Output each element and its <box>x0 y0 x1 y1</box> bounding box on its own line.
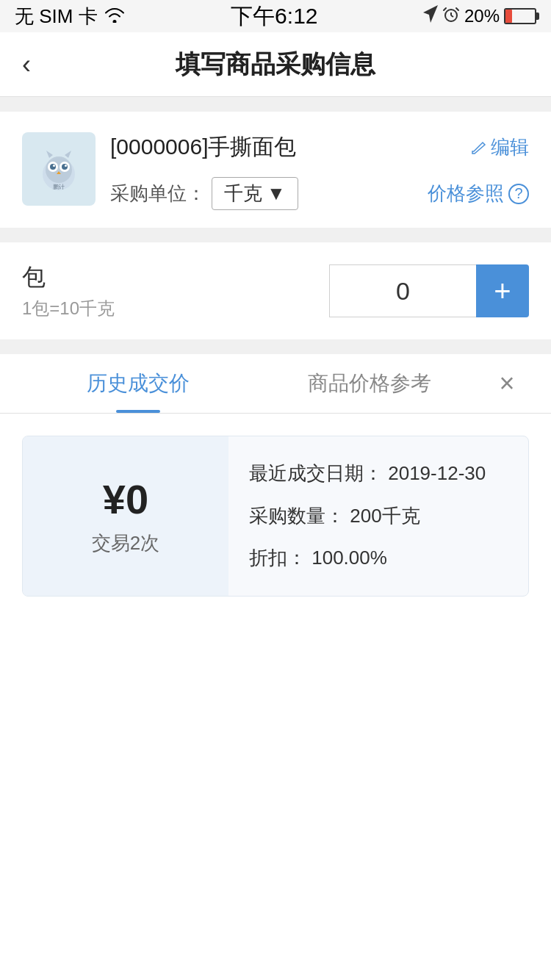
quantity-label: 包 1包=10千克 <box>22 262 115 320</box>
discount-value: 100.00% <box>311 547 387 569</box>
svg-point-9 <box>62 164 68 170</box>
latest-date-value: 2019-12-30 <box>388 462 486 484</box>
purchase-qty-label: 采购数量： <box>249 505 345 527</box>
status-left: 无 SIM 卡 <box>15 4 126 29</box>
status-time: 下午6:12 <box>231 1 317 32</box>
page-title: 填写商品采购信息 <box>176 48 375 82</box>
bottom-spacer <box>0 619 551 980</box>
card-price-summary: ¥0 交易2次 <box>23 436 228 596</box>
price-display: ¥0 <box>103 475 148 523</box>
purchase-qty-value: 200千克 <box>350 505 419 527</box>
bottom-panel: 历史成交价 商品价格参考 × ¥0 交易2次 最近成交日期： 2019-12-3… <box>0 354 551 980</box>
unit-label: 采购单位： <box>110 181 206 206</box>
qty-plus-button[interactable]: + <box>476 264 529 317</box>
status-bar: 无 SIM 卡 下午6:12 20% <box>0 0 551 32</box>
product-header: 鹏计 [0000006]手撕面包 编辑 采购单位： <box>22 132 529 210</box>
help-icon: ? <box>508 184 529 204</box>
svg-marker-0 <box>423 5 438 23</box>
product-title: [0000006]手撕面包 <box>110 132 296 162</box>
quantity-section: 包 1包=10千克 + <box>0 228 551 339</box>
carrier-text: 无 SIM 卡 <box>15 4 98 29</box>
quantity-input-group: + <box>329 264 529 317</box>
qty-unit: 包 <box>22 262 115 294</box>
back-button[interactable]: ‹ <box>22 49 31 80</box>
tab-active-indicator <box>116 410 160 413</box>
svg-point-11 <box>65 165 67 167</box>
battery-icon <box>504 8 536 24</box>
tabs-row: 历史成交价 商品价格参考 × <box>0 354 551 414</box>
svg-marker-14 <box>65 151 71 158</box>
unit-select[interactable]: 千克 ▼ <box>212 177 298 210</box>
purchase-qty-row: 采购数量： 200千克 <box>249 501 508 532</box>
nav-bar: ‹ 填写商品采购信息 <box>0 32 551 97</box>
product-thumbnail: 鹏计 <box>22 132 96 206</box>
product-info: [0000006]手撕面包 编辑 采购单位： 千克 ▼ <box>110 132 529 210</box>
svg-marker-13 <box>46 151 53 158</box>
battery-percent: 20% <box>464 6 500 26</box>
transaction-count: 交易2次 <box>92 530 159 556</box>
alarm-icon <box>442 5 460 27</box>
discount-label: 折扣： <box>249 547 306 569</box>
product-title-row: [0000006]手撕面包 编辑 <box>110 132 529 162</box>
chevron-down-icon: ▼ <box>267 182 286 205</box>
svg-point-10 <box>53 165 55 167</box>
svg-line-3 <box>451 15 453 17</box>
history-card: ¥0 交易2次 最近成交日期： 2019-12-30 采购数量： 200千克 折… <box>22 436 529 597</box>
svg-point-8 <box>50 164 56 170</box>
quantity-input[interactable] <box>329 264 476 317</box>
location-icon <box>423 5 438 27</box>
card-details: 最近成交日期： 2019-12-30 采购数量： 200千克 折扣： 100.0… <box>228 436 528 596</box>
close-button[interactable]: × <box>485 361 529 406</box>
unit-row: 采购单位： 千克 ▼ 价格参照 ? <box>110 177 529 210</box>
latest-date-label: 最近成交日期： <box>249 462 383 484</box>
svg-text:鹏计: 鹏计 <box>53 184 65 190</box>
price-ref-button[interactable]: 价格参照 ? <box>428 181 529 206</box>
product-card: 鹏计 [0000006]手撕面包 编辑 采购单位： <box>0 112 551 228</box>
discount-row: 折扣： 100.00% <box>249 543 508 574</box>
edit-button[interactable]: 编辑 <box>472 134 529 160</box>
latest-date-row: 最近成交日期： 2019-12-30 <box>249 458 508 489</box>
tab-price-ref[interactable]: 商品价格参考 <box>253 354 485 413</box>
status-right: 20% <box>423 5 536 27</box>
history-content: ¥0 交易2次 最近成交日期： 2019-12-30 采购数量： 200千克 折… <box>0 414 551 619</box>
wifi-icon <box>104 5 126 28</box>
tab-history-price[interactable]: 历史成交价 <box>22 354 253 413</box>
qty-conversion: 1包=10千克 <box>22 297 115 320</box>
